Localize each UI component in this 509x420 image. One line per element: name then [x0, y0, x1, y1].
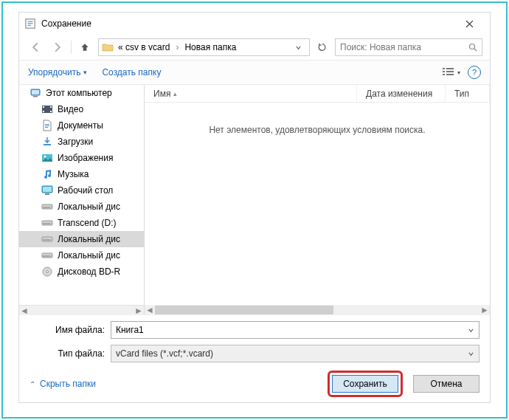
svg-rect-8	[446, 68, 454, 69]
empty-message: Нет элементов, удовлетворяющих условиям …	[145, 103, 490, 305]
chevron-right-icon: ›	[174, 42, 180, 52]
svg-rect-22	[44, 144, 51, 145]
tree-item[interactable]: Рабочий стол	[19, 182, 144, 199]
tree-item[interactable]: Transcend (D:)	[19, 215, 144, 231]
sort-asc-icon: ▴	[173, 90, 177, 97]
chevron-up-icon: ⌃	[30, 380, 35, 388]
svg-rect-29	[43, 207, 50, 208]
search-input[interactable]: Поиск: Новая папка	[335, 38, 482, 56]
svg-point-36	[50, 239, 52, 241]
svg-point-39	[50, 255, 52, 257]
svg-rect-5	[443, 68, 445, 69]
app-icon	[25, 18, 35, 29]
organize-menu[interactable]: Упорядочить▾	[28, 67, 87, 78]
refresh-button[interactable]	[314, 39, 330, 55]
svg-rect-38	[43, 255, 50, 257]
disk-icon	[41, 249, 53, 261]
filetype-label: Тип файла:	[30, 348, 111, 359]
folder-icon	[102, 41, 114, 53]
tree-item[interactable]: Видео	[19, 101, 144, 117]
tree-item[interactable]: Загрузки	[19, 134, 144, 150]
download-icon	[41, 136, 53, 148]
breadcrumb-dropdown[interactable]	[291, 44, 306, 51]
svg-rect-27	[45, 193, 49, 195]
up-button[interactable]	[76, 38, 94, 56]
pc-icon	[30, 87, 41, 99]
tree-root[interactable]: Этот компьютер	[19, 85, 144, 101]
svg-rect-19	[45, 124, 49, 125]
desktop-icon	[41, 185, 53, 196]
navbar: « csv в vcard › Новая папка Поиск: Новая…	[19, 35, 490, 60]
help-button[interactable]: ?	[468, 66, 481, 79]
save-dialog: Сохранение « csv в vcard › Новая папка П…	[18, 12, 491, 403]
toolbar: Упорядочить▾ Создать папку ▾ ?	[19, 60, 490, 85]
col-name[interactable]: Имя▴	[145, 85, 357, 102]
save-button-highlight: Сохранить	[328, 371, 403, 397]
tree-item[interactable]: Изображения	[19, 150, 144, 166]
doc-icon	[41, 120, 53, 131]
svg-rect-1	[28, 21, 33, 22]
save-button[interactable]: Сохранить	[332, 375, 398, 393]
column-headers: Имя▴ Дата изменения Тип	[145, 85, 490, 103]
folder-tree: Этот компьютерВидеоДокументыЗагрузкиИзоб…	[19, 85, 145, 315]
svg-point-33	[50, 223, 52, 224]
tree-item[interactable]: Локальный дис	[19, 199, 144, 215]
window-title: Сохранение	[41, 18, 454, 29]
filetype-select[interactable]: vCard files (*.vcf;*.vcard)	[111, 345, 479, 362]
close-button[interactable]	[454, 13, 484, 34]
video-icon	[41, 103, 53, 115]
filename-input[interactable]	[111, 321, 479, 339]
svg-rect-13	[33, 96, 38, 97]
svg-point-4	[470, 44, 475, 49]
search-icon	[468, 43, 477, 52]
col-type[interactable]: Тип	[446, 85, 490, 102]
svg-rect-2	[28, 23, 33, 24]
view-mode-button[interactable]: ▾	[443, 67, 460, 78]
svg-rect-26	[43, 187, 52, 192]
disk-icon	[41, 201, 53, 213]
filetype-dropdown-icon	[468, 351, 474, 357]
svg-rect-12	[32, 90, 39, 94]
breadcrumb-seg-0[interactable]: « csv в vcard	[115, 42, 173, 52]
filename-label: Имя файла:	[30, 325, 111, 335]
content-scrollbar[interactable]: ◄►	[145, 305, 490, 315]
bd-icon	[41, 266, 53, 278]
svg-rect-18	[50, 111, 52, 112]
svg-rect-6	[443, 71, 445, 72]
music-icon	[41, 168, 53, 180]
svg-rect-20	[45, 125, 49, 126]
dialog-footer: ⌃Скрыть папки Сохранить Отмена	[19, 365, 490, 402]
svg-rect-35	[43, 239, 50, 241]
svg-rect-10	[446, 74, 454, 75]
file-form: Имя файла: Тип файла: vCard files (*.vcf…	[19, 315, 490, 365]
col-date[interactable]: Дата изменения	[357, 85, 446, 102]
image-icon	[41, 152, 53, 164]
file-list: Имя▴ Дата изменения Тип Нет элементов, у…	[145, 85, 490, 315]
breadcrumb[interactable]: « csv в vcard › Новая папка	[98, 38, 310, 56]
filename-field[interactable]	[116, 325, 468, 335]
svg-point-30	[50, 207, 52, 208]
svg-rect-3	[28, 25, 31, 26]
new-folder-button[interactable]: Создать папку	[102, 67, 161, 78]
disk-icon	[41, 233, 53, 245]
forward-button[interactable]	[49, 38, 66, 56]
back-button[interactable]	[27, 38, 44, 56]
titlebar: Сохранение	[19, 13, 490, 35]
cancel-button[interactable]: Отмена	[413, 375, 479, 393]
svg-rect-21	[45, 127, 48, 128]
svg-point-41	[46, 271, 49, 273]
breadcrumb-seg-1[interactable]: Новая папка	[181, 42, 239, 52]
disk-icon	[41, 217, 53, 229]
tree-item[interactable]: Локальный дис	[19, 231, 144, 247]
filename-dropdown-icon[interactable]	[468, 327, 474, 334]
svg-rect-15	[43, 106, 44, 108]
tree-item[interactable]: Музыка	[19, 166, 144, 182]
tree-item[interactable]: Документы	[19, 117, 144, 134]
tree-scrollbar[interactable]: ◄►	[19, 305, 144, 315]
svg-rect-7	[443, 74, 445, 75]
tree-item[interactable]: Локальный дис	[19, 247, 144, 264]
svg-point-24	[44, 156, 46, 158]
hide-folders-toggle[interactable]: ⌃Скрыть папки	[30, 379, 96, 389]
tree-item[interactable]: Дисковод BD-R	[19, 264, 144, 280]
svg-rect-16	[43, 111, 44, 112]
